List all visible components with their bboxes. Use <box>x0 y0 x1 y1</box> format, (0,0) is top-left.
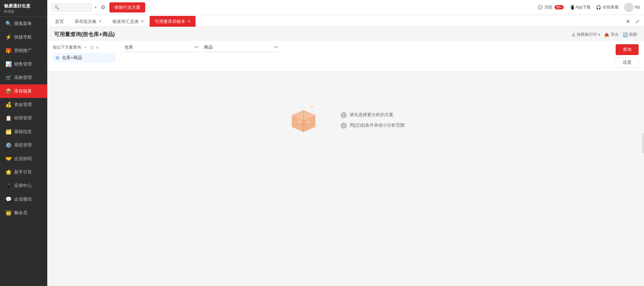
warehouse-more-icon[interactable]: ••• <box>194 45 199 50</box>
logo-sub: 标准版 <box>4 9 43 14</box>
refresh-icon: 🔄 <box>623 32 628 37</box>
sidebar-item-label: 新手引导 <box>14 169 32 175</box>
mobile-icon: 📱 <box>5 183 11 189</box>
tab-inventory-summary-close[interactable]: ✕ <box>141 20 144 23</box>
sidebar-item-shortcut[interactable]: ⚡ 快捷导航 <box>0 30 47 44</box>
query-fields: 仓库 ••• 商品 ••• <box>124 44 610 52</box>
topbar: 🔍 ▾ ⚙ 体验行业方案 💬 消息 99+ 📲 App下载 🎧 在线客服 Rit <box>47 0 644 15</box>
message-icon: 💬 <box>538 5 543 10</box>
app-download-group[interactable]: 📲 App下载 <box>569 4 591 10</box>
sidebar-item-label: 库存核算 <box>14 88 32 94</box>
print-action[interactable]: 🖨 按模板打印 ▾ <box>571 32 600 37</box>
sidebar-item-search[interactable]: 🔍 搜索菜单 <box>0 17 47 30</box>
sidebar-item-label: 快捷导航 <box>14 34 32 40</box>
refresh-label: 刷新 <box>629 32 637 37</box>
sidebar-item-system[interactable]: ⚙️ 系统管理 <box>0 138 47 152</box>
user-name: Rit <box>635 5 640 10</box>
settings-gear-icon[interactable]: ⚙ <box>99 4 107 10</box>
sidebar-item-label: 采购管理 <box>14 75 32 81</box>
query-scheme-label: 按以下方案查询 <box>53 45 81 50</box>
warehouse-label: 仓库 <box>124 44 133 50</box>
cart-icon: 🛒 <box>5 75 11 81</box>
sidebar-item-marketing[interactable]: 🎁 营销推广 <box>0 44 47 57</box>
page-title: 可用量查询(按仓库+商品) <box>54 31 115 38</box>
sidebar-item-enterprise-wechat[interactable]: 💬 企业微信 <box>0 192 47 206</box>
tip-number-1: 1 <box>341 112 347 118</box>
add-scheme-icon[interactable]: ＋ <box>83 44 88 50</box>
topbar-search-box[interactable]: 🔍 <box>51 3 92 11</box>
empty-tip-2: 2 用[过滤]条件来缩小分析范围 <box>341 122 405 129</box>
query-actions: 查询 设置 <box>616 44 639 68</box>
sidebar-logo: 畅康通好生意 标准版 <box>0 0 47 17</box>
settings-button[interactable]: 设置 <box>616 57 639 68</box>
sidebar-item-inventory[interactable]: 📦 库存核算 <box>0 84 47 98</box>
online-service-group[interactable]: 🎧 在线客服 <box>596 4 619 10</box>
tip-1-text: 请先选择要分析的方案 <box>350 112 393 118</box>
folder-icon: 🗂️ <box>5 129 11 135</box>
tab-batch-accounts-close[interactable]: ✕ <box>99 20 102 23</box>
sidebar-item-sales[interactable]: 📊 销售管理 <box>0 57 47 71</box>
search-icon-small: 🔍 <box>54 5 59 10</box>
tab-inventory-summary-label: 收发存汇总表 <box>112 19 139 25</box>
tab-available-stock-close[interactable]: ✕ <box>187 20 190 23</box>
tab-home[interactable]: 首页 <box>50 16 69 27</box>
tab-batch-accounts-label: 库存批次账 <box>75 19 97 25</box>
page-header-actions: 🖨 按模板打印 ▾ 📤 导出 🔄 刷新 <box>571 32 637 37</box>
sidebar-item-label: 经营管理 <box>14 115 32 121</box>
tab-available-stock[interactable]: 可用量库存账本 ✕ <box>150 16 196 27</box>
export-label: 导出 <box>611 32 619 37</box>
sidebar-scroll: 🔍 搜索菜单 ⚡ 快捷导航 🎁 营销推广 📊 销售管理 🛒 采购管理 📦 库存核… <box>0 17 47 286</box>
goods-more-icon[interactable]: ••• <box>274 45 278 50</box>
right-scrollbar[interactable] <box>642 133 644 153</box>
sidebar-item-finance[interactable]: 💰 资金管理 <box>0 98 47 111</box>
star-icon: 🌟 <box>5 169 11 175</box>
query-scheme-item[interactable]: ⊛ 仓库+商品 <box>53 53 116 62</box>
empty-state: ✦ ✦ 1 请先选择要分析的方案 2 用[过滤]条件来缩小分析范围 <box>47 73 644 167</box>
tab-close-all-icon[interactable]: ✕ <box>624 17 632 25</box>
sidebar-item-label: 企业微信 <box>14 196 32 202</box>
sidebar-item-member[interactable]: 👑 畅会员 <box>0 206 47 219</box>
logo-title: 畅康通好生意 <box>4 3 43 9</box>
industry-btn[interactable]: 体验行业方案 <box>109 2 145 12</box>
warehouse-input[interactable] <box>134 45 193 50</box>
sidebar-item-label: 系统管理 <box>14 142 32 148</box>
sidebar-item-label: 搜索菜单 <box>14 21 32 27</box>
empty-box-illustration: ✦ ✦ <box>287 100 320 134</box>
scheme-icon: ⊛ <box>55 55 60 61</box>
sidebar-item-label: 基础信息 <box>14 129 32 135</box>
warehouse-field-inner: 仓库 ••• <box>124 44 199 52</box>
message-group[interactable]: 💬 消息 99+ <box>538 4 564 10</box>
search-input[interactable] <box>61 5 88 10</box>
tab-maximize-icon[interactable]: ⤢ <box>633 17 641 25</box>
query-scheme-panel: 按以下方案查询 ＋ ⊙ « ⊛ 仓库+商品 <box>53 44 120 62</box>
sidebar-item-enterprise[interactable]: 🤝 企业协同 <box>0 152 47 165</box>
sidebar: 畅康通好生意 标准版 🔍 搜索菜单 ⚡ 快捷导航 🎁 营销推广 📊 销售管理 🛒… <box>0 0 47 286</box>
sidebar-item-app-center[interactable]: 📱 应用中心 <box>0 179 47 192</box>
empty-tip-1: 1 请先选择要分析的方案 <box>341 112 405 118</box>
tab-batch-accounts[interactable]: 库存批次账 ✕ <box>70 16 107 27</box>
collapse-scheme-icon[interactable]: « <box>96 45 99 50</box>
print-dropdown-icon[interactable]: ▾ <box>598 33 600 36</box>
user-group[interactable]: Rit <box>624 3 640 12</box>
sidebar-item-purchase[interactable]: 🛒 采购管理 <box>0 71 47 84</box>
query-button[interactable]: 查询 <box>616 44 639 55</box>
sidebar-item-newbie[interactable]: 🌟 新手引导 <box>0 165 47 179</box>
tab-inventory-summary[interactable]: 收发存汇总表 ✕ <box>107 16 149 27</box>
sidebar-item-operations[interactable]: 📋 经营管理 <box>0 111 47 125</box>
goods-input[interactable] <box>214 45 273 50</box>
crown-icon: 👑 <box>5 210 11 216</box>
sidebar-item-label: 应用中心 <box>14 183 32 189</box>
query-panel: 按以下方案查询 ＋ ⊙ « ⊛ 仓库+商品 仓库 ••• <box>47 41 644 72</box>
print-icon: 🖨 <box>571 32 575 37</box>
gear-icon: ⚙️ <box>5 142 11 148</box>
setting-scheme-icon[interactable]: ⊙ <box>90 45 94 50</box>
search-dropdown-icon[interactable]: ▾ <box>95 5 97 10</box>
scheme-item-label: 仓库+商品 <box>62 55 82 61</box>
sidebar-item-basic-info[interactable]: 🗂️ 基础信息 <box>0 125 47 138</box>
app-download-label: App下载 <box>575 4 591 10</box>
export-action[interactable]: 📤 导出 <box>604 32 619 37</box>
export-icon: 📤 <box>604 32 609 37</box>
refresh-action[interactable]: 🔄 刷新 <box>623 32 637 37</box>
empty-icon-wrapper: ✦ ✦ <box>287 100 327 140</box>
goods-label: 商品 <box>204 44 213 50</box>
